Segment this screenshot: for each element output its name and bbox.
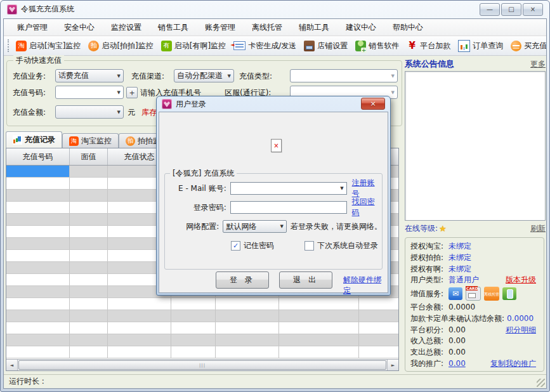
table-cell[interactable] [6, 262, 70, 273]
menu-aux-tools[interactable]: 辅助工具 [291, 20, 337, 36]
table-cell[interactable] [279, 310, 359, 322]
start-paipai-monitor-button[interactable]: 拍 启动[拍拍]监控 [84, 39, 157, 53]
table-row[interactable] [6, 346, 398, 358]
promo-value-link[interactable]: 0.00 [449, 359, 466, 369]
table-cell[interactable] [6, 190, 70, 201]
unbind-hardware-link[interactable]: 解除硬件绑定 [343, 275, 388, 296]
table-row[interactable] [6, 334, 398, 346]
table-cell[interactable] [70, 166, 108, 177]
amount-select[interactable]: ▼ [55, 105, 124, 119]
recover-password-link[interactable]: 找回密码 [352, 197, 382, 218]
version-upgrade-link[interactable]: 版本升级 [506, 275, 536, 285]
table-cell[interactable] [70, 178, 108, 189]
table-row[interactable] [6, 322, 398, 334]
table-cell[interactable] [359, 334, 398, 346]
close-button[interactable]: × [523, 3, 543, 16]
table-cell[interactable] [6, 214, 70, 225]
table-cell[interactable] [171, 322, 216, 334]
table-cell[interactable] [279, 334, 359, 346]
register-link[interactable]: 注册账号 [352, 178, 382, 199]
table-cell[interactable] [216, 310, 279, 322]
table-cell[interactable] [279, 298, 359, 310]
table-cell[interactable] [108, 322, 171, 334]
announcement-more-link[interactable]: 更多 [530, 59, 546, 70]
table-cell[interactable] [279, 322, 359, 334]
offline-hosting-icon[interactable]: 离线托管 [484, 287, 499, 301]
table-cell[interactable] [6, 250, 70, 261]
tab-taobao-monitor[interactable]: 淘 淘宝监控 [62, 133, 119, 148]
points-detail-link[interactable]: 积分明细 [506, 325, 536, 335]
email-service-icon[interactable]: ✉ [449, 287, 462, 300]
menu-sales-tools[interactable]: 销售工具 [150, 20, 197, 36]
card-key-generate-button[interactable]: 卡密生成/发送 [230, 39, 300, 53]
start-youa-monitor-button[interactable]: 有 启动[有啊]监控 [157, 39, 230, 53]
sales-software-button[interactable]: 销售软件 [351, 39, 403, 53]
type-select[interactable]: ▼ [290, 69, 398, 82]
table-cell[interactable] [6, 238, 70, 249]
table-cell[interactable] [108, 334, 171, 346]
exit-button[interactable]: 退 出 [279, 271, 332, 289]
start-taobao-monitor-button[interactable]: 淘 启动[淘宝]监控 [12, 39, 84, 53]
scroll-right-icon[interactable]: ► [387, 360, 398, 370]
table-cell[interactable] [216, 334, 279, 346]
resize-grip[interactable] [537, 379, 545, 387]
menu-account[interactable]: 账户管理 [9, 20, 56, 36]
table-cell[interactable] [6, 322, 70, 334]
table-cell[interactable] [70, 190, 108, 201]
menu-suggestions[interactable]: 建议中心 [337, 20, 384, 36]
shop-settings-button[interactable]: 店铺设置 [300, 39, 351, 53]
menu-security[interactable]: 安全中心 [56, 20, 103, 36]
table-cell[interactable] [6, 346, 70, 358]
table-cell[interactable] [216, 298, 279, 310]
login-button[interactable]: 登 录 [216, 271, 269, 289]
scroll-left-icon[interactable]: ◄ [6, 360, 18, 370]
table-cell[interactable] [6, 310, 70, 322]
table-cell[interactable] [359, 346, 398, 358]
add-number-button[interactable]: + [126, 87, 138, 98]
mobile-service-icon[interactable] [502, 287, 516, 300]
table-cell[interactable] [70, 226, 108, 237]
table-cell[interactable] [279, 346, 359, 358]
table-cell[interactable] [171, 346, 216, 358]
table-cell[interactable] [108, 346, 171, 358]
table-row[interactable] [6, 310, 398, 322]
table-cell[interactable] [70, 298, 108, 310]
table-cell[interactable] [171, 310, 216, 322]
table-cell[interactable] [6, 334, 70, 346]
menu-offline-hosting[interactable]: 离线托管 [244, 20, 291, 36]
table-cell[interactable] [359, 322, 398, 334]
column-header-number[interactable]: 充值号码 [6, 148, 70, 165]
scrollbar-thumb[interactable]: ||| [18, 360, 386, 370]
maximize-button[interactable]: □ [501, 3, 521, 16]
table-cell[interactable] [108, 310, 171, 322]
table-cell[interactable] [6, 202, 70, 213]
table-cell[interactable] [6, 286, 70, 297]
order-query-button[interactable]: 订单查询 [454, 39, 507, 53]
channel-select[interactable]: 自动分配渠道 ▼ [174, 69, 234, 82]
table-cell[interactable] [6, 298, 70, 310]
promo-copy-link[interactable]: 复制我的推广 [490, 359, 536, 369]
platform-deposit-button[interactable]: ¥ 平台加款 [403, 39, 454, 53]
network-select[interactable]: 默认网络 ▼ [223, 220, 287, 233]
dialog-close-button[interactable]: × [361, 98, 385, 110]
table-cell[interactable] [70, 214, 108, 225]
email-field[interactable]: ▼ [230, 182, 347, 195]
table-cell[interactable] [70, 286, 108, 297]
table-cell[interactable] [70, 250, 108, 261]
refresh-link[interactable]: 刷新 [530, 223, 546, 234]
table-cell[interactable] [70, 262, 108, 273]
table-cell[interactable] [359, 298, 398, 310]
column-header-facevalue[interactable]: 面值 [70, 148, 108, 165]
table-cell[interactable] [70, 310, 108, 322]
table-cell[interactable] [6, 274, 70, 285]
table-row[interactable] [6, 298, 398, 310]
table-cell[interactable] [70, 202, 108, 213]
remember-password-checkbox[interactable]: ✓ [231, 241, 240, 251]
table-cell[interactable] [6, 226, 70, 237]
menu-monitor-settings[interactable]: 监控设置 [103, 20, 150, 36]
table-cell[interactable] [171, 334, 216, 346]
number-input[interactable]: ▼ [55, 86, 124, 99]
table-cell[interactable] [70, 238, 108, 249]
minimize-button[interactable]: — [480, 3, 500, 16]
table-cell[interactable] [216, 322, 279, 334]
